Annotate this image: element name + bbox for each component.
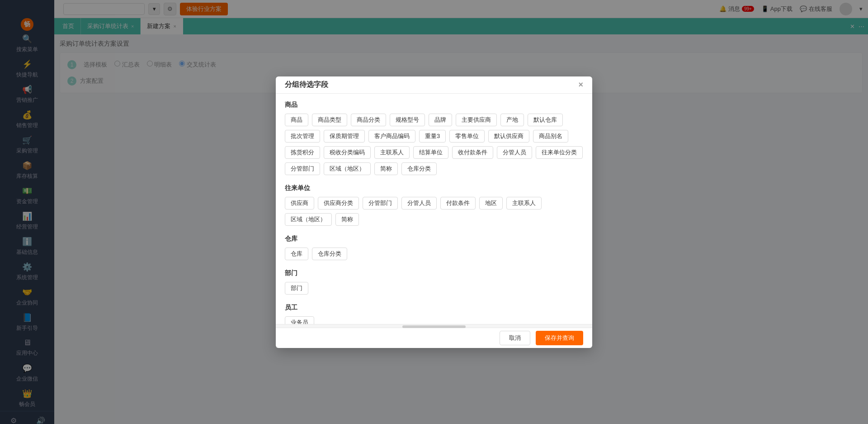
- section-title-4: 员工: [285, 304, 583, 312]
- field-tag-0-24[interactable]: 简称: [374, 162, 398, 175]
- field-tag-0-6[interactable]: 产地: [500, 114, 524, 126]
- field-tag-0-18[interactable]: 结算单位: [413, 146, 448, 159]
- modal-body: 商品商品商品类型商品分类规格型号品牌主要供应商产地默认仓库批次管理保质期管理客户…: [276, 94, 592, 324]
- field-tag-1-6[interactable]: 主联系人: [506, 197, 542, 210]
- field-tag-1-5[interactable]: 地区: [479, 197, 503, 210]
- field-tag-3-0[interactable]: 部门: [285, 282, 308, 295]
- field-tag-0-0[interactable]: 商品: [285, 114, 308, 126]
- field-tag-1-8[interactable]: 简称: [335, 213, 359, 226]
- field-tag-2-1[interactable]: 仓库分类: [312, 248, 347, 260]
- field-tag-1-1[interactable]: 供应商分类: [318, 197, 359, 210]
- field-tag-0-12[interactable]: 零售单位: [449, 130, 485, 143]
- field-tag-0-10[interactable]: 客户商品编码: [368, 130, 415, 143]
- field-tag-0-13[interactable]: 默认供应商: [488, 130, 529, 143]
- field-tag-1-4[interactable]: 付款条件: [440, 197, 476, 210]
- field-tag-0-19[interactable]: 收付款条件: [452, 146, 493, 159]
- field-tag-0-25[interactable]: 仓库分类: [401, 162, 437, 175]
- field-tags-2: 仓库仓库分类: [285, 248, 583, 260]
- field-tag-0-7[interactable]: 默认仓库: [528, 114, 563, 126]
- modal-header: 分组待选字段 ×: [276, 76, 592, 94]
- modal-close-btn[interactable]: ×: [578, 80, 583, 90]
- field-tag-0-4[interactable]: 品牌: [429, 114, 452, 126]
- field-tag-1-7[interactable]: 区域（地区）: [285, 213, 332, 226]
- field-tag-0-23[interactable]: 区域（地区）: [324, 162, 371, 175]
- field-section-2: 仓库仓库仓库分类: [285, 235, 583, 260]
- field-tag-1-3[interactable]: 分管人员: [401, 197, 437, 210]
- field-tag-0-21[interactable]: 往来单位分类: [536, 146, 583, 159]
- modal-footer: 取消 保存并查询: [276, 328, 592, 348]
- field-tag-0-14[interactable]: 商品别名: [533, 130, 568, 143]
- cancel-button[interactable]: 取消: [500, 331, 530, 345]
- section-title-0: 商品: [285, 101, 583, 109]
- field-tag-0-2[interactable]: 商品分类: [351, 114, 386, 126]
- field-tag-0-1[interactable]: 商品类型: [312, 114, 347, 126]
- section-title-1: 往来单位: [285, 184, 583, 192]
- modal-title: 分组待选字段: [285, 80, 328, 90]
- field-tag-0-15[interactable]: 拣货积分: [285, 146, 320, 159]
- field-section-0: 商品商品商品类型商品分类规格型号品牌主要供应商产地默认仓库批次管理保质期管理客户…: [285, 101, 583, 175]
- field-tags-4: 业务员: [285, 316, 583, 324]
- field-section-1: 往来单位供应商供应商分类分管部门分管人员付款条件地区主联系人区域（地区）简称: [285, 184, 583, 226]
- field-tag-0-17[interactable]: 主联系人: [374, 146, 410, 159]
- modal-scroll-track: [276, 324, 592, 328]
- confirm-button[interactable]: 保存并查询: [536, 331, 583, 345]
- field-tag-0-3[interactable]: 规格型号: [390, 114, 425, 126]
- field-tag-0-22[interactable]: 分管部门: [285, 162, 320, 175]
- field-tag-0-11[interactable]: 重量3: [419, 130, 446, 143]
- field-tag-0-8[interactable]: 批次管理: [285, 130, 320, 143]
- field-tag-1-0[interactable]: 供应商: [285, 197, 314, 210]
- horizontal-scrollbar-thumb[interactable]: [402, 325, 466, 328]
- field-tag-4-0[interactable]: 业务员: [285, 316, 314, 324]
- section-title-2: 仓库: [285, 235, 583, 243]
- field-tag-0-16[interactable]: 税收分类编码: [324, 146, 371, 159]
- field-section-4: 员工业务员: [285, 304, 583, 324]
- section-title-3: 部门: [285, 269, 583, 277]
- field-tags-3: 部门: [285, 282, 583, 295]
- field-tag-0-9[interactable]: 保质期管理: [324, 130, 365, 143]
- field-tag-0-20[interactable]: 分管人员: [497, 146, 532, 159]
- field-tag-2-0[interactable]: 仓库: [285, 248, 308, 260]
- field-tag-0-5[interactable]: 主要供应商: [456, 114, 497, 126]
- field-tag-1-2[interactable]: 分管部门: [363, 197, 398, 210]
- field-select-modal: 分组待选字段 × 商品商品商品类型商品分类规格型号品牌主要供应商产地默认仓库批次…: [276, 76, 592, 348]
- field-section-3: 部门部门: [285, 269, 583, 295]
- field-tags-0: 商品商品类型商品分类规格型号品牌主要供应商产地默认仓库批次管理保质期管理客户商品…: [285, 114, 583, 175]
- field-tags-1: 供应商供应商分类分管部门分管人员付款条件地区主联系人区域（地区）简称: [285, 197, 583, 226]
